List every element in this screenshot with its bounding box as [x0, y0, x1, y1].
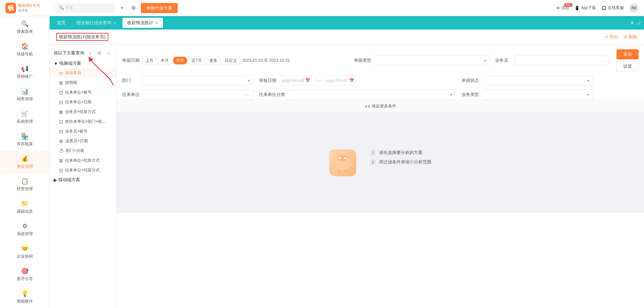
scheme-icon-detail: ⊞: [59, 80, 63, 86]
online-service-button[interactable]: 🎧 在线客服: [601, 5, 624, 11]
scheme-item-salesperson[interactable]: ⊙ 按业务员: [50, 68, 116, 78]
export-label: 导出: [609, 34, 618, 40]
review-date-end-placeholder: yyyy-mm-dd: [326, 78, 348, 83]
date-btn-more[interactable]: 更多: [206, 57, 220, 64]
counterparty-type-label: 往来单位分类: [259, 92, 285, 98]
scheme-item-partner-settle1[interactable]: ⊞ 往来单位+结算方式: [50, 156, 116, 165]
header-gear-icon[interactable]: ⚙: [129, 3, 138, 13]
trial-button[interactable]: 体验行业方案: [141, 3, 178, 13]
counterparty-more-icon[interactable]: ···: [244, 92, 251, 97]
scheme-item-partner-settle2[interactable]: ⊡ 往来单位+结算方式: [50, 165, 116, 175]
review-date-end-input[interactable]: yyyy-mm-dd 📅: [323, 75, 360, 86]
sidebar-item-inventory[interactable]: 🏪 库存核算: [0, 129, 49, 151]
date-filter-item: 单据日期 上月 本月 本年 近7天 更多 自定义 20: [122, 57, 348, 64]
scheme-item-salesperson-date[interactable]: ⚙ 业务员+日期: [50, 136, 116, 146]
tab-bank-flow[interactable]: 现金银行流水查询 ✕: [72, 18, 121, 28]
system-icon: ⚙: [22, 222, 28, 230]
app-download-icon: 📱: [575, 6, 580, 10]
tab-bank-flow-close[interactable]: ✕: [113, 21, 116, 25]
scheme-item-detail[interactable]: ⊞ 按明细: [50, 78, 116, 88]
settings-button[interactable]: 设置: [616, 61, 639, 71]
refresh-button[interactable]: ↺ 刷新: [624, 34, 637, 40]
add-scheme-button[interactable]: +: [86, 49, 94, 57]
date-btn-last-7[interactable]: 近7天: [189, 57, 205, 64]
date-btn-custom[interactable]: 自定义: [222, 57, 240, 64]
scheme-item-partner-account[interactable]: ⊡ 往来单位+账号: [50, 88, 116, 97]
biz-type-select[interactable]: ▼: [482, 90, 593, 100]
review-date-range: yyyy-mm-dd 📅 — yyyy-mm-dd 📅: [279, 75, 360, 86]
user-avatar[interactable]: Rit: [629, 3, 639, 13]
sidebar-item-marketing[interactable]: 📢 营销推广: [0, 61, 49, 84]
main-content: 首页 现金银行流水查询 ✕ 收款情况统计 ✕ ✕ ⤢ 收款情况统计(按业务员) …: [50, 16, 644, 308]
scheme-label-partner-dept: 按往来单位+部门+收...: [65, 119, 105, 124]
sidebar-item-quicknav[interactable]: 🏠 快捷导航: [0, 39, 49, 61]
tab-close-all-icon[interactable]: ✕: [630, 20, 634, 26]
messages-button[interactable]: ✉ 消息 99+: [556, 5, 569, 11]
doc-status-label: 单据状态: [462, 78, 479, 84]
sidebar-item-hardware[interactable]: 💡 智能硬件: [0, 286, 49, 308]
doc-type-label: 单据类型: [354, 57, 371, 63]
page-title: 收款情况统计(按业务员): [56, 33, 108, 41]
scheme-icon-partner-dept: ⊡: [59, 119, 63, 124]
tab-home[interactable]: 首页: [52, 18, 70, 28]
scheme-icon-partner-account: ⊡: [59, 90, 63, 95]
collapse-bar[interactable]: ∧∧ 收起更多条件: [117, 100, 644, 112]
header-dropdown-btn[interactable]: ▼: [118, 4, 126, 12]
review-date-start-input[interactable]: yyyy-mm-dd 📅: [279, 75, 316, 86]
sidebar: 🔍 搜索菜单 🏠 快捷导航 📢 营销推广 📊 销售管理 🛒 采购管理 🏪 库存核…: [0, 16, 50, 308]
sidebar-item-sales[interactable]: 📊 销售管理: [0, 84, 49, 106]
sidebar-item-system[interactable]: ⚙ 系统管理: [0, 218, 49, 241]
sidebar-item-basic-info[interactable]: 📁 基础信息: [0, 196, 49, 218]
sidebar-item-search[interactable]: 🔍 搜索菜单: [0, 16, 49, 39]
query-button[interactable]: 查询: [616, 49, 639, 59]
scheme-item-partner-date[interactable]: ⊡ 往来单位+日期: [50, 97, 116, 107]
export-button[interactable]: ↗ 导出: [604, 34, 618, 40]
date-btn-last-month[interactable]: 上月: [142, 57, 156, 64]
sidebar-item-operations[interactable]: 📋 经营管理: [0, 173, 49, 196]
left-panel-title: 按以下方案查询: [54, 50, 84, 56]
doc-status-select[interactable]: ▼: [482, 75, 593, 86]
counterparty-type-select[interactable]: ▼: [288, 90, 456, 100]
header-right: ✉ 消息 99+ 📱 App下载 🎧 在线客服 Rit: [556, 3, 639, 13]
tab-collection-stats-close[interactable]: ✕: [155, 21, 158, 25]
mobile-schemes-group: ▶ 移动端方案: [50, 175, 116, 185]
sidebar-item-enterprise-collab[interactable]: 🤝 企业协同: [0, 241, 49, 263]
counterparty-filter-item: 往来单位 ···: [122, 90, 254, 100]
app-download-button[interactable]: 📱 App下载: [575, 5, 596, 11]
refresh-label: 刷新: [629, 34, 637, 40]
salesperson-more-icon[interactable]: ···: [599, 58, 605, 63]
scheme-icon-salesperson-account: ⊡: [59, 129, 63, 134]
sidebar-item-purchase[interactable]: 🛒 采购管理: [0, 106, 49, 129]
tab-collection-stats[interactable]: 收款情况统计 ✕: [122, 18, 163, 28]
svg-rect-7: [333, 162, 335, 167]
dept-select[interactable]: ▼: [142, 75, 254, 86]
date-btn-this-month[interactable]: 本月: [158, 57, 172, 64]
sidebar-item-guide[interactable]: 🎯 新手引导: [0, 263, 49, 286]
mobile-schemes-header[interactable]: ▶ 移动端方案: [50, 175, 116, 185]
salesperson-select[interactable]: ···: [515, 55, 608, 65]
scheme-settings-button[interactable]: ⚙: [96, 49, 103, 57]
counterparty-type-arrow: ▼: [450, 93, 453, 97]
scheme-item-partner-dept[interactable]: ⊡ 按往来单位+部门+收...: [50, 117, 116, 126]
desktop-schemes-header[interactable]: ▼ 电脑端方案: [50, 59, 116, 68]
collapse-panel-button[interactable]: «: [105, 49, 112, 57]
scheme-item-salesperson-settle[interactable]: ⊠ 业务员+结算方式: [50, 107, 116, 117]
purchase-icon: 🛒: [21, 110, 29, 117]
dept-label: 部门: [122, 78, 139, 84]
scheme-icon-partner-date: ⊡: [59, 100, 63, 105]
sidebar-label-basic-info: 基础信息: [17, 209, 33, 214]
scheme-item-dept-date[interactable]: ⏱ 部门+日期: [50, 146, 116, 156]
sidebar-item-finance[interactable]: 💰 资金管理: [0, 151, 49, 173]
tab-expand-icon[interactable]: ⤢: [637, 20, 641, 26]
svg-rect-5: [337, 170, 341, 173]
collapse-icon: ∧∧: [365, 104, 371, 109]
empty-step-2-text: 用过滤条件来缩小分析范围: [379, 159, 431, 165]
doc-type-select[interactable]: ▼: [374, 55, 490, 65]
mobile-expand-icon: ▶: [54, 177, 57, 183]
scheme-label-dept-date: 部门+日期: [66, 148, 84, 154]
header-search-box[interactable]: 🔍 搜索: [55, 3, 115, 13]
scheme-item-salesperson-account[interactable]: ⊡ 业务员+账号: [50, 126, 116, 136]
biz-type-arrow: ▼: [587, 93, 590, 97]
date-btn-this-year[interactable]: 本年: [173, 57, 187, 64]
counterparty-select[interactable]: ···: [142, 90, 254, 100]
